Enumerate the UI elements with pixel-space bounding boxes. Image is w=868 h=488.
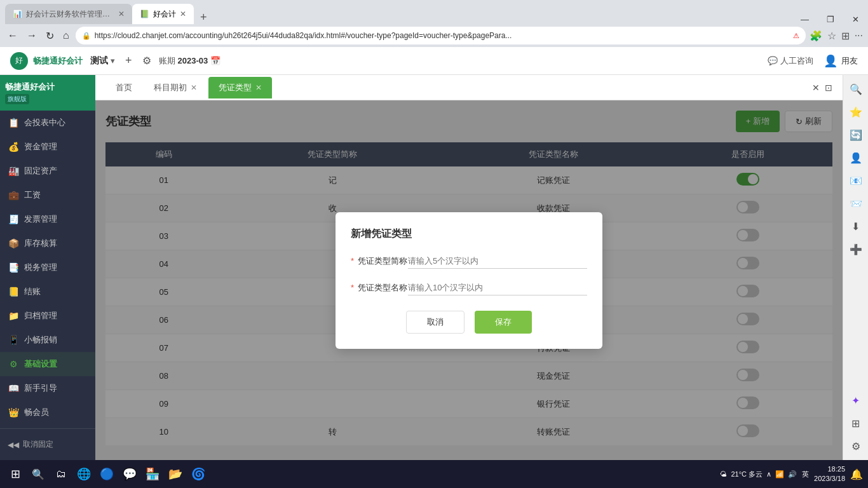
back-button[interactable]: ← xyxy=(5,30,20,41)
caret-icon[interactable]: ∧ xyxy=(766,470,771,478)
start-button[interactable]: ⊞ xyxy=(5,464,25,484)
guzhi-icon: 🏭 xyxy=(8,166,19,176)
right-star-icon[interactable]: ⭐ xyxy=(847,103,865,121)
date-display: 2023/3/18 xyxy=(814,474,845,484)
modal-title: 新增凭证类型 xyxy=(351,227,587,241)
favorites-button[interactable]: ☆ xyxy=(827,30,836,42)
consult-button[interactable]: 💬 人工咨询 xyxy=(768,55,813,67)
sidebar-item-zijin[interactable]: 💰 资金管理 xyxy=(0,135,95,159)
calendar-icon[interactable]: 📅 xyxy=(210,56,220,65)
tab-home[interactable]: 首页 xyxy=(105,77,142,98)
xiaopao-icon: 📱 xyxy=(8,335,19,345)
taskview-button[interactable]: 🗂 xyxy=(51,464,71,484)
tab-voucher-type[interactable]: 凭证类型 ✕ xyxy=(208,77,272,98)
gongzi-icon: 💼 xyxy=(8,190,19,200)
sidebar-item-huiyuan[interactable]: 👑 畅会员 xyxy=(0,400,95,424)
consult-label: 人工咨询 xyxy=(780,55,813,67)
search-taskbar-button[interactable]: 🔍 xyxy=(28,464,48,484)
sidebar-item-shuiwu[interactable]: 📑 税务管理 xyxy=(0,255,95,280)
right-send-icon[interactable]: 📨 xyxy=(847,194,865,212)
short-name-label: * 凭证类型简称 xyxy=(351,255,408,267)
logo-badge: 旗舰版 xyxy=(5,94,29,104)
cancel-fixed-label: 取消固定 xyxy=(23,439,53,450)
tab-voucher-close[interactable]: ✕ xyxy=(255,83,262,92)
sidebar-label-touzi: 会投表中心 xyxy=(24,117,65,128)
logo-text: 畅捷通好会计 xyxy=(5,81,55,93)
save-button[interactable]: 保存 xyxy=(475,311,532,334)
settings-toolbar-button[interactable]: ⚙ xyxy=(142,55,151,67)
sidebar-logo: 畅捷通好会计 旗舰版 xyxy=(0,75,95,111)
sidebar-bottom: ◀◀ 取消固定 xyxy=(0,428,95,460)
new-tab-button[interactable]: + xyxy=(196,11,211,24)
minimize-button[interactable]: — xyxy=(797,15,813,24)
tab-subject-close[interactable]: ✕ xyxy=(191,83,197,92)
period-label: 账期 xyxy=(159,55,175,67)
add-toolbar-button[interactable]: + xyxy=(123,54,135,67)
full-name-input[interactable] xyxy=(408,280,587,295)
forward-button[interactable]: → xyxy=(24,30,39,41)
right-refresh-icon[interactable]: 🔄 xyxy=(847,126,865,144)
user-avatar-icon: 👤 xyxy=(824,54,837,68)
form-group-short-name: * 凭证类型简称 xyxy=(351,254,587,269)
close-button[interactable]: ✕ xyxy=(848,15,863,24)
tab1-favicon: 📊 xyxy=(13,10,22,18)
collections-button[interactable]: ⊞ xyxy=(841,30,850,42)
store-taskbar[interactable]: 🏪 xyxy=(142,464,163,484)
tab1-close[interactable]: ✕ xyxy=(118,10,125,18)
sidebar-label-huiyuan: 畅会员 xyxy=(24,407,49,418)
edge-taskbar[interactable]: 🌐 xyxy=(74,464,94,484)
browser-tab-2[interactable]: 📗 好会计 ✕ xyxy=(132,4,194,24)
app-toolbar: 好 畅捷通好会计 测试 ▾ + ⚙ 账期 2023-03 📅 💬 人工咨询 👤 … xyxy=(0,47,868,75)
browser-tab-1[interactable]: 📊 好会计云财务软件管理系统_会计 ✕ xyxy=(5,4,132,24)
tab-window-controls: ✕ ⊡ xyxy=(812,83,832,93)
app-logo-icon: 好 xyxy=(10,52,28,70)
tab2-close[interactable]: ✕ xyxy=(180,10,186,18)
reload-button[interactable]: ↻ xyxy=(43,30,57,42)
window-controls: — ❐ ✕ xyxy=(797,15,863,24)
sidebar-item-guzhi[interactable]: 🏭 固定资产 xyxy=(0,159,95,183)
sidebar-item-kucun[interactable]: 📦 库存核算 xyxy=(0,231,95,255)
user-info[interactable]: 👤 用友 xyxy=(824,54,858,68)
sidebar-item-guidang[interactable]: 📁 归档管理 xyxy=(0,304,95,328)
home-button[interactable]: ⌂ xyxy=(60,30,72,41)
notification-icon[interactable]: 🔔 xyxy=(850,468,863,480)
url-bar[interactable]: 🔒 https://cloud2.chanjet.com/accounting/… xyxy=(76,27,806,44)
sidebar-item-xiaopao[interactable]: 📱 小畅报销 xyxy=(0,328,95,352)
sidebar-item-touzi[interactable]: 📋 会投表中心 xyxy=(0,111,95,135)
tab-subject[interactable]: 科目期初 ✕ xyxy=(144,77,207,98)
explorer-taskbar[interactable]: 📂 xyxy=(165,464,186,484)
company-selector[interactable]: 测试 ▾ xyxy=(90,55,115,67)
sidebar-label-jichushezhi: 基础设置 xyxy=(24,358,57,370)
modal-add-voucher-type: 新增凭证类型 * 凭证类型简称 * 凭证类型名称 xyxy=(336,212,602,349)
extensions-button[interactable]: 🧩 xyxy=(810,30,822,42)
sidebar-label-shuiwu: 税务管理 xyxy=(24,262,57,273)
form-group-full-name: * 凭证类型名称 xyxy=(351,280,587,295)
right-sidebar: 🔍 ⭐ 🔄 👤 📧 📨 ⬇ ➕ ✦ ⊞ ⚙ xyxy=(843,75,868,460)
tab-close-button[interactable]: ✕ xyxy=(812,83,820,93)
browser-more-button[interactable]: ··· xyxy=(855,30,863,41)
cancel-button[interactable]: 取消 xyxy=(406,311,465,334)
maximize-button[interactable]: ❐ xyxy=(823,15,838,24)
app-taskbar[interactable]: 🌀 xyxy=(188,464,208,484)
right-download-icon[interactable]: ⬇ xyxy=(847,217,865,235)
right-ai-icon[interactable]: ✦ xyxy=(847,391,865,409)
right-grid-icon[interactable]: ⊞ xyxy=(847,414,865,432)
chrome-taskbar[interactable]: 🔵 xyxy=(97,464,117,484)
sidebar-item-jichushezhi[interactable]: ⚙ 基础设置 xyxy=(0,352,95,376)
wechat-taskbar[interactable]: 💬 xyxy=(119,464,140,484)
sidebar-item-fapiao[interactable]: 🧾 发票管理 xyxy=(0,207,95,231)
sidebar-item-gongzi[interactable]: 💼 工资 xyxy=(0,183,95,207)
right-outlook-icon[interactable]: 📧 xyxy=(847,172,865,189)
right-settings-icon[interactable]: ⚙ xyxy=(847,437,865,455)
right-plus-icon[interactable]: ➕ xyxy=(847,240,865,258)
right-search-icon[interactable]: 🔍 xyxy=(847,80,865,98)
time-display: 18:25 xyxy=(814,464,845,474)
app-logo-text: 畅捷通好会计 xyxy=(33,55,83,67)
cancel-fixed-button[interactable]: ◀◀ 取消固定 xyxy=(0,434,95,455)
sidebar-item-xinshou[interactable]: 📖 新手引导 xyxy=(0,376,95,400)
tab-expand-button[interactable]: ⊡ xyxy=(825,83,832,93)
right-person-icon[interactable]: 👤 xyxy=(847,149,865,166)
short-name-input[interactable] xyxy=(408,254,587,269)
required-asterisk-1: * xyxy=(351,256,354,266)
sidebar-item-jiezhang[interactable]: 📒 结账 xyxy=(0,280,95,304)
